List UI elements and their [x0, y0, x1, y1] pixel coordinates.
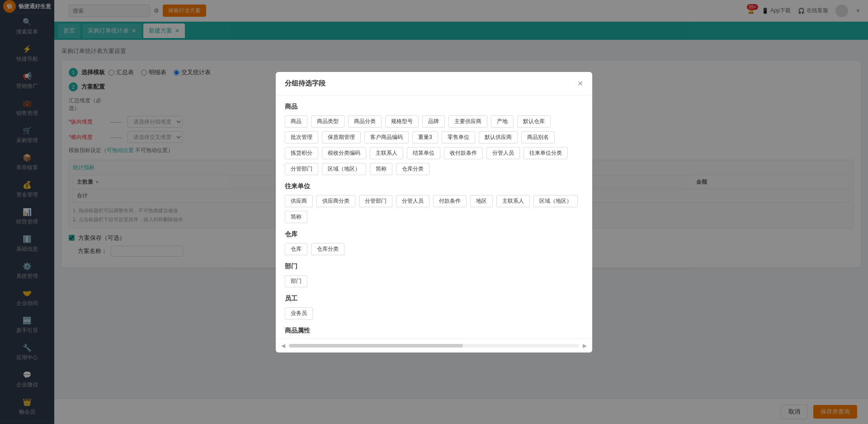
field-tag-0-13[interactable]: 默认供应商 — [479, 131, 518, 143]
horizontal-scrollbar[interactable] — [289, 344, 579, 348]
field-tag-1-3[interactable]: 分管人员 — [396, 195, 429, 207]
field-tag-0-16[interactable]: 税收分类编码 — [322, 147, 366, 159]
field-tag-0-6[interactable]: 产地 — [491, 115, 514, 128]
scroll-right-btn[interactable]: ▶ — [583, 343, 587, 349]
modal-title: 分组待选字段 — [285, 79, 326, 88]
field-section-3: 部门部门 — [285, 262, 583, 287]
field-tag-1-0[interactable]: 供应商 — [285, 195, 313, 207]
field-tag-0-0[interactable]: 商品 — [285, 115, 307, 128]
field-tag-1-4[interactable]: 付款条件 — [433, 195, 467, 207]
field-tag-1-1[interactable]: 供应商分类 — [316, 195, 355, 207]
section-title-5: 商品属性 — [285, 327, 583, 335]
section-title-3: 部门 — [285, 262, 583, 271]
field-tag-0-3[interactable]: 规格型号 — [385, 115, 419, 128]
field-tag-0-15[interactable]: 拣货积分 — [285, 147, 318, 159]
field-section-0: 商品商品商品类型商品分类规格型号品牌主要供应商产地默认仓库批次管理保质期管理客户… — [285, 103, 583, 175]
field-tag-0-22[interactable]: 分管部门 — [285, 163, 318, 175]
field-tags-1: 供应商供应商分类分管部门分管人员付款条件地区主联系人区域（地区）简称 — [285, 195, 583, 223]
field-tag-0-20[interactable]: 分管人员 — [486, 147, 520, 159]
section-title-2: 仓库 — [285, 230, 583, 238]
field-tag-1-2[interactable]: 分管部门 — [359, 195, 392, 207]
field-tag-0-8[interactable]: 批次管理 — [285, 131, 318, 143]
field-tags-3: 部门 — [285, 275, 583, 287]
field-tag-2-0[interactable]: 仓库 — [285, 243, 307, 255]
field-section-5: 商品属性属性颜色多规格尺码鞋码1 — [285, 327, 583, 338]
field-tag-0-23[interactable]: 区域（地区） — [322, 163, 366, 175]
field-tag-1-8[interactable]: 简称 — [285, 211, 307, 223]
field-section-4: 员工业务员 — [285, 295, 583, 319]
field-tag-0-17[interactable]: 主联系人 — [370, 147, 403, 159]
field-tags-2: 仓库仓库分类 — [285, 243, 583, 255]
field-tag-0-7[interactable]: 默认仓库 — [517, 115, 551, 128]
field-tag-0-10[interactable]: 客户商品编码 — [364, 131, 409, 143]
scroll-left-btn[interactable]: ◀ — [281, 343, 285, 349]
field-tag-0-9[interactable]: 保质期管理 — [322, 131, 361, 143]
modal-overlay[interactable]: 分组待选字段 ✕ 商品商品商品类型商品分类规格型号品牌主要供应商产地默认仓库批次… — [0, 0, 868, 424]
field-tag-2-1[interactable]: 仓库分类 — [311, 243, 344, 255]
field-tag-0-19[interactable]: 收付款条件 — [444, 147, 483, 159]
field-tag-1-6[interactable]: 主联系人 — [496, 195, 530, 207]
field-tag-0-24[interactable]: 简称 — [370, 163, 392, 175]
field-section-2: 仓库仓库仓库分类 — [285, 230, 583, 255]
field-tag-0-1[interactable]: 商品类型 — [311, 115, 344, 128]
field-tag-0-5[interactable]: 主要供应商 — [448, 115, 487, 128]
field-section-1: 往来单位供应商供应商分类分管部门分管人员付款条件地区主联系人区域（地区）简称 — [285, 182, 583, 223]
field-tag-0-14[interactable]: 商品别名 — [521, 131, 555, 143]
modal-close-icon[interactable]: ✕ — [577, 79, 583, 88]
field-tag-0-12[interactable]: 零售单位 — [442, 131, 475, 143]
modal: 分组待选字段 ✕ 商品商品商品类型商品分类规格型号品牌主要供应商产地默认仓库批次… — [276, 72, 592, 353]
section-title-4: 员工 — [285, 295, 583, 303]
field-tag-4-0[interactable]: 业务员 — [285, 307, 313, 319]
field-tag-3-0[interactable]: 部门 — [285, 275, 307, 287]
modal-header: 分组待选字段 ✕ — [276, 72, 592, 95]
section-title-1: 往来单位 — [285, 182, 583, 191]
field-tag-0-21[interactable]: 往来单位分类 — [524, 147, 568, 159]
field-tag-0-4[interactable]: 品牌 — [422, 115, 445, 128]
field-tag-0-18[interactable]: 结算单位 — [407, 147, 440, 159]
modal-body: 商品商品商品类型商品分类规格型号品牌主要供应商产地默认仓库批次管理保质期管理客户… — [276, 95, 592, 338]
field-tag-0-11[interactable]: 重量3 — [412, 131, 438, 143]
field-tag-0-2[interactable]: 商品分类 — [348, 115, 382, 128]
modal-footer: ◀ ▶ — [276, 338, 592, 353]
field-tags-4: 业务员 — [285, 307, 583, 319]
field-tags-0: 商品商品类型商品分类规格型号品牌主要供应商产地默认仓库批次管理保质期管理客户商品… — [285, 115, 583, 175]
section-title-0: 商品 — [285, 103, 583, 111]
field-tag-0-25[interactable]: 仓库分类 — [396, 163, 429, 175]
scrollbar-thumb — [289, 344, 463, 348]
field-tag-1-5[interactable]: 地区 — [470, 195, 493, 207]
field-tag-1-7[interactable]: 区域（地区） — [533, 195, 578, 207]
